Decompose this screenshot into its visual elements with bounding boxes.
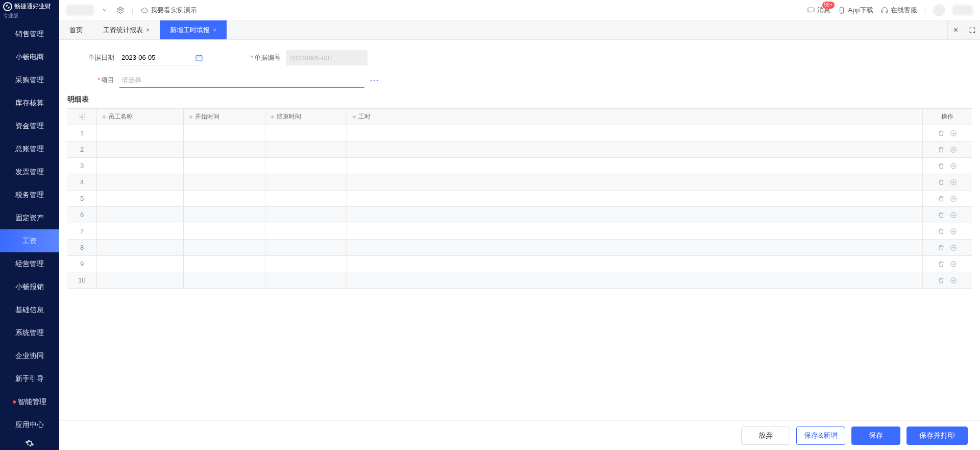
app-download-button[interactable]: App下载 (838, 6, 873, 15)
delete-icon[interactable] (938, 195, 945, 202)
cell-end[interactable] (265, 174, 347, 190)
nav-item-11[interactable]: 小畅报销 (0, 275, 59, 298)
cell-hours[interactable] (347, 191, 923, 206)
add-icon[interactable] (950, 179, 957, 186)
nav-item-13[interactable]: 系统管理 (0, 321, 59, 344)
settings-icon[interactable] (25, 439, 34, 448)
cell-start[interactable] (184, 256, 265, 272)
col-hours[interactable]: 工时 (347, 109, 923, 125)
add-icon[interactable] (950, 195, 957, 202)
gear-icon[interactable] (116, 6, 125, 14)
cell-hours[interactable] (347, 141, 923, 157)
add-icon[interactable] (950, 162, 957, 170)
nav-item-5[interactable]: 总账管理 (0, 137, 59, 160)
project-input[interactable] (119, 73, 364, 88)
cell-start[interactable] (184, 158, 265, 174)
cell-start[interactable] (184, 191, 265, 206)
delete-icon[interactable] (938, 211, 945, 219)
tab-close-all-button[interactable]: ✕ (947, 20, 964, 40)
demo-link[interactable]: 我要看实例演示 (140, 6, 197, 15)
cell-hours[interactable] (347, 240, 923, 255)
cell-employee[interactable] (97, 141, 184, 157)
add-icon[interactable] (950, 260, 957, 268)
add-icon[interactable] (950, 244, 957, 251)
tab-0[interactable]: 首页 (59, 20, 93, 39)
nav-item-16[interactable]: 智能管理 (0, 390, 59, 413)
cell-end[interactable] (265, 125, 347, 141)
nav-item-17[interactable]: 应用中心 (0, 413, 59, 436)
cell-hours[interactable] (347, 223, 923, 239)
cell-employee[interactable] (97, 125, 184, 141)
cell-employee[interactable] (97, 191, 184, 206)
project-lookup-button[interactable]: ⋯ (370, 75, 379, 86)
nav-item-6[interactable]: 发票管理 (0, 160, 59, 183)
delete-icon[interactable] (938, 277, 945, 284)
username-blur[interactable] (952, 5, 973, 15)
nav-item-7[interactable]: 税务管理 (0, 183, 59, 206)
cell-start[interactable] (184, 141, 265, 157)
tab-2[interactable]: 新增工时填报× (160, 20, 227, 39)
cell-hours[interactable] (347, 256, 923, 272)
nav-item-14[interactable]: 企业协同 (0, 344, 59, 367)
avatar[interactable] (933, 4, 945, 16)
delete-icon[interactable] (938, 162, 945, 170)
fullscreen-button[interactable] (964, 20, 980, 40)
cell-hours[interactable] (347, 207, 923, 223)
delete-icon[interactable] (938, 244, 945, 251)
date-input[interactable] (119, 50, 201, 65)
save-new-button[interactable]: 保存&新增 (796, 427, 845, 445)
nav-item-15[interactable]: 新手引导 (0, 367, 59, 390)
col-config[interactable] (67, 109, 97, 125)
cell-employee[interactable] (97, 158, 184, 174)
save-button[interactable]: 保存 (851, 427, 900, 445)
discard-button[interactable]: 放弃 (741, 427, 790, 445)
cell-start[interactable] (184, 174, 265, 190)
cell-end[interactable] (265, 207, 347, 223)
cell-end[interactable] (265, 256, 347, 272)
chevron-down-icon[interactable] (101, 6, 109, 14)
cell-start[interactable] (184, 125, 265, 141)
cell-end[interactable] (265, 223, 347, 239)
cell-hours[interactable] (347, 125, 923, 141)
close-icon[interactable]: × (146, 27, 150, 34)
cell-employee[interactable] (97, 223, 184, 239)
add-icon[interactable] (950, 211, 957, 219)
cell-start[interactable] (184, 272, 265, 288)
col-start[interactable]: 开始时间 (184, 109, 265, 125)
cell-employee[interactable] (97, 272, 184, 288)
add-icon[interactable] (950, 228, 957, 235)
cell-start[interactable] (184, 207, 265, 223)
msg-button[interactable]: 消息 99+ (807, 6, 830, 15)
cell-end[interactable] (265, 158, 347, 174)
cell-start[interactable] (184, 223, 265, 239)
add-icon[interactable] (950, 130, 957, 137)
delete-icon[interactable] (938, 179, 945, 186)
cell-employee[interactable] (97, 256, 184, 272)
cell-employee[interactable] (97, 207, 184, 223)
customer-service-button[interactable]: 在线客服 (880, 6, 917, 15)
cell-hours[interactable] (347, 174, 923, 190)
nav-item-3[interactable]: 库存核算 (0, 91, 59, 114)
delete-icon[interactable] (938, 228, 945, 235)
cell-hours[interactable] (347, 158, 923, 174)
cell-hours[interactable] (347, 272, 923, 288)
col-employee[interactable]: 员工名称 (97, 109, 184, 125)
cell-end[interactable] (265, 240, 347, 255)
close-icon[interactable]: × (213, 27, 216, 34)
add-icon[interactable] (950, 146, 957, 153)
cell-start[interactable] (184, 240, 265, 255)
cell-employee[interactable] (97, 240, 184, 255)
nav-item-0[interactable]: 销售管理 (0, 22, 59, 45)
col-end[interactable]: 结束时间 (265, 109, 347, 125)
nav-item-10[interactable]: 经营管理 (0, 252, 59, 275)
cell-end[interactable] (265, 141, 347, 157)
delete-icon[interactable] (938, 146, 945, 153)
add-icon[interactable] (950, 277, 957, 284)
tab-1[interactable]: 工资统计报表× (93, 20, 160, 39)
delete-icon[interactable] (938, 260, 945, 268)
nav-item-4[interactable]: 资金管理 (0, 114, 59, 137)
delete-icon[interactable] (938, 130, 945, 137)
org-selector-blur[interactable] (66, 5, 94, 16)
nav-item-8[interactable]: 固定资产 (0, 206, 59, 229)
nav-item-2[interactable]: 采购管理 (0, 68, 59, 91)
